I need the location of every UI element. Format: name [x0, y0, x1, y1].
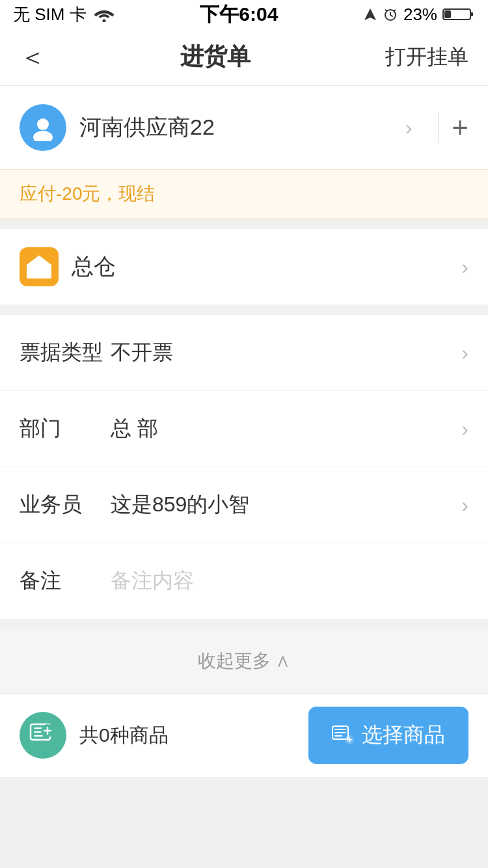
select-product-label: 选择商品: [362, 721, 445, 750]
supplier-avatar: [20, 104, 66, 151]
status-carrier: 无 SIM 卡: [13, 3, 115, 26]
field-value-department: 总 部: [111, 414, 461, 443]
supplier-row[interactable]: 河南供应商22 › +: [0, 86, 488, 169]
field-label-ticket-type: 票据类型: [20, 338, 111, 367]
svg-rect-7: [34, 269, 44, 278]
warehouse-row[interactable]: 总仓 ›: [0, 229, 488, 305]
battery-text: 23%: [403, 5, 437, 25]
select-product-icon: [332, 726, 354, 745]
warehouse-icon: [20, 247, 59, 286]
field-label-department: 部门: [20, 414, 111, 443]
svg-point-6: [33, 131, 53, 141]
open-pending-button[interactable]: 打开挂单: [385, 43, 468, 72]
nav-bar: ＜ 进货单 打开挂单: [0, 29, 488, 86]
select-product-button[interactable]: 选择商品: [308, 707, 468, 764]
collapse-toggle[interactable]: 收起更多 ∧: [0, 629, 488, 693]
warehouse-name: 总仓: [72, 252, 461, 282]
supplier-section: 河南供应商22 › + 应付-20元，现结: [0, 86, 488, 219]
add-supplier-button[interactable]: +: [452, 111, 468, 144]
field-value-note[interactable]: 备注内容: [111, 567, 468, 595]
select-icon: [332, 726, 354, 745]
ticket-type-chevron-icon: ›: [461, 341, 468, 365]
cart-icon: [29, 723, 57, 748]
warehouse-section: 总仓 ›: [0, 229, 488, 305]
location-icon: [363, 7, 377, 21]
alarm-icon: [383, 7, 398, 22]
field-value-salesperson: 这是859的小智: [111, 491, 461, 519]
status-right: 23%: [363, 5, 475, 25]
svg-point-5: [37, 118, 49, 130]
page-title: 进货单: [180, 41, 251, 73]
gray-fill-area: [0, 777, 488, 868]
back-arrow: ＜: [20, 39, 46, 75]
supplier-divider: [438, 112, 439, 143]
bottom-left: 共0种商品: [20, 712, 169, 759]
field-row-department[interactable]: 部门 总 部 ›: [0, 390, 488, 467]
carrier-text: 无 SIM 卡: [13, 3, 87, 26]
field-row-note[interactable]: 备注 备注内容: [0, 543, 488, 619]
avatar-icon: [29, 114, 57, 141]
battery-icon: [442, 7, 475, 22]
field-label-salesperson: 业务员: [20, 491, 111, 519]
salesperson-chevron-icon: ›: [461, 493, 468, 517]
field-label-note: 备注: [20, 567, 111, 595]
status-bar: 无 SIM 卡 下午6:04 23%: [0, 0, 488, 29]
bottom-bar: 共0种商品 选择商品: [0, 693, 488, 777]
main-content: 河南供应商22 › + 应付-20元，现结 总仓 › 票据类型: [0, 86, 488, 868]
product-count: 共0种商品: [79, 722, 169, 749]
fields-section: 票据类型 不开票 › 部门 总 部 › 业务员 这是859的小智 › 备注 备注…: [0, 315, 488, 619]
supplier-chevron-icon: ›: [405, 116, 413, 140]
status-time: 下午6:04: [200, 1, 278, 28]
back-button[interactable]: ＜: [20, 39, 46, 75]
field-row-ticket-type[interactable]: 票据类型 不开票 ›: [0, 315, 488, 390]
wifi-icon: [93, 7, 115, 22]
warehouse-chevron-icon: ›: [461, 255, 468, 279]
svg-rect-3: [470, 12, 473, 16]
collapse-label: 收起更多 ∧: [198, 649, 291, 673]
house-icon: [26, 255, 52, 278]
info-banner: 应付-20元，现结: [0, 169, 488, 219]
supplier-name: 河南供应商22: [79, 113, 405, 142]
cart-icon-wrap: [20, 712, 66, 759]
svg-point-0: [102, 20, 105, 23]
field-value-ticket-type: 不开票: [111, 338, 461, 367]
field-row-salesperson[interactable]: 业务员 这是859的小智 ›: [0, 467, 488, 543]
svg-rect-4: [444, 10, 451, 18]
department-chevron-icon: ›: [461, 417, 468, 441]
